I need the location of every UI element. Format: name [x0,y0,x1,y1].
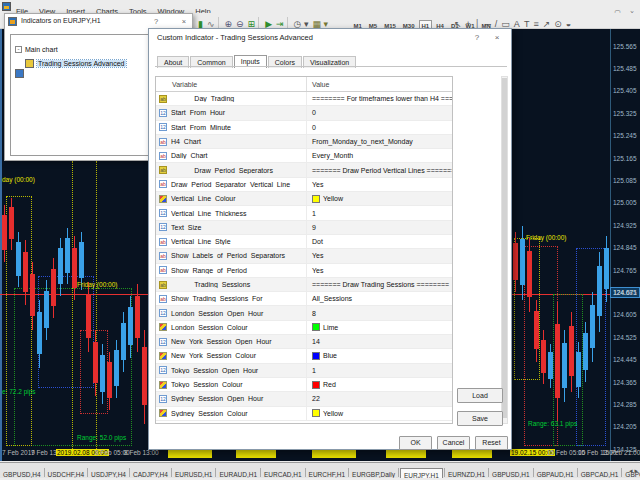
input-row[interactable]: New_York_Session_ColourBlue [156,349,452,363]
variable-value[interactable]: 22 [306,392,452,405]
variable-value[interactable]: ======= Draw Trading Sessions ======== [306,278,452,291]
input-row[interactable]: 12Start_From_Hour0 [156,106,452,120]
cancel-button[interactable]: Cancel [437,436,470,450]
variable-value[interactable]: 14 [306,335,452,348]
price-axis-label: 125.085 [613,177,637,184]
input-row[interactable]: Tokyo_Session_ColourRed [156,378,452,392]
candle-body [562,343,567,388]
variable-value[interactable]: 0 [306,106,452,119]
close-icon[interactable]: × [177,16,191,28]
value-text: Every_Month [312,152,353,159]
menu-bar: FileViewInsertChartsToolsWindowHelp – ▢ … [0,0,640,13]
variable-name: Sydney_Session_Colour [171,410,306,417]
input-row[interactable]: abShow_Trading_Sessions_ForAll_Sessions [156,292,452,306]
symbol-tab-eurusd-h1[interactable]: EURUSD,H1 [172,467,216,478]
variable-value[interactable]: Dot [306,235,452,248]
variable-value[interactable]: Blue [306,349,452,362]
candle-body [100,355,105,392]
variable-value[interactable]: Yes [306,178,452,191]
symbol-tab-eurchf-h1[interactable]: EURCHF,H1 [306,467,348,478]
input-row[interactable]: abH4_ChartFrom_Monday_to_next_Monday [156,135,452,149]
input-row[interactable]: Vertical_Line_ColourYellow [156,192,452,206]
input-row[interactable]: 12Text_Size9 [156,221,452,235]
enum-type-icon: ab [159,266,167,274]
symbol-tab-eurcad-h1[interactable]: EURCAD,H1 [261,467,305,478]
input-row[interactable]: 12New_York_Session_Open_Hour14 [156,335,452,349]
input-row[interactable]: London_Session_ColourLime [156,321,452,335]
dialog-title: Custom Indicator - Trading Sessions Adva… [157,33,313,42]
chart-label: day (00:00) [2,176,35,183]
variable-value[interactable]: Yes [306,249,452,262]
variable-value[interactable]: 9 [306,221,452,234]
symbol-tab-gbpusd-h1[interactable]: GBPUSD,H1 [489,467,533,478]
variable-value[interactable]: Every_Month [306,149,452,162]
candle-body [583,333,588,370]
help-icon[interactable]: ? [469,32,485,44]
variable-name: Vertical_Line_Colour [171,195,306,202]
variable-value[interactable]: 8 [306,306,452,319]
variable-value[interactable]: Lime [306,321,452,334]
input-row[interactable]: abDraw_Period_Separator_Vertical_LineYes [156,178,452,192]
input-row[interactable]: 12Start_From_Minute0 [156,121,452,135]
symbol-tab-cadjpy-h4[interactable]: CADJPY,H4 [130,467,171,478]
variable-value[interactable]: ======== For timeframes lower than H4 ==… [306,92,452,105]
close-icon[interactable]: × [489,32,505,44]
candle-body [604,248,609,289]
candle-body [121,323,126,360]
color-type-icon [159,352,167,360]
symbol-tab-eurjpy-h1[interactable]: EURJPY,H1 [400,468,443,478]
input-row[interactable]: 12Sydney_Session_Open_Hour22 [156,392,452,406]
price-axis-label: 125.165 [613,155,637,162]
symbol-tab-gbpcad-h1[interactable]: GBPCAD,H1 [578,467,622,478]
chart-icon [15,69,24,78]
help-icon[interactable]: ? [149,16,163,28]
custom-indicator-dialog: Custom Indicator - Trading Sessions Adva… [148,28,512,450]
input-row[interactable]: ab______Day_Trading______======== For ti… [156,92,452,106]
tree-item-trading-sessions-advanced[interactable]: Trading Sessions Advanced [25,54,126,65]
variable-value[interactable]: Yellow [306,192,452,205]
save-button[interactable]: Save [457,411,503,426]
variable-value[interactable]: 0 [306,121,452,134]
tree-item-main-chart[interactable]: -Main chart [15,40,58,51]
variable-value[interactable]: Red [306,378,452,391]
symbol-tab-usdjpy-h4[interactable]: USDJPY,H4 [88,467,129,478]
indicators-window-icon [8,17,17,26]
color-type-icon [159,409,167,417]
price-axis-label: 124.525 [613,334,637,341]
variable-value[interactable]: All_Sessions [306,292,452,305]
dialog-titlebar[interactable]: Custom Indicator - Trading Sessions Adva… [149,29,511,47]
symbol-tab-usdchf-h4[interactable]: USDCHF,H4 [45,467,87,478]
variable-value[interactable]: Yellow [306,407,452,420]
input-row[interactable]: 12Tokyo_Session_Open_Hour1 [156,364,452,378]
input-row[interactable]: abShow_Range_of_PeriodYes [156,264,452,278]
variable-value[interactable]: ======= Draw Period Vertical Lines =====… [306,163,452,176]
input-row[interactable]: abShow_Labels_of_Period_SeparatorsYes [156,249,452,263]
reset-button[interactable]: Reset [475,436,508,450]
input-row[interactable]: Sydney_Session_ColourYellow [156,407,452,421]
variable-value[interactable]: 1 [306,364,452,377]
input-row[interactable]: 12London_Session_Open_Hour8 [156,306,452,320]
input-row[interactable]: abVertical_Line_StyleDot [156,235,452,249]
variable-value[interactable]: From_Monday_to_next_Monday [306,135,452,148]
variable-value[interactable]: Yes [306,264,452,277]
input-row[interactable]: 12Vertical_Line_Thickness1 [156,206,452,220]
collapse-icon[interactable]: - [15,46,22,53]
symbol-tab-eurgbp-daily[interactable]: EURGBP,Daily [349,467,398,478]
ok-button[interactable]: OK [399,436,432,450]
enum-type-icon: ab [159,238,167,246]
symbol-tab-euraud-h1[interactable]: EURAUD,H1 [216,467,260,478]
symbol-tab-gbpaud-h1[interactable]: GBPAUD,H1 [534,467,577,478]
symbol-tab-gbpusd-h4[interactable]: GBPUSD,H4 [0,467,44,478]
table-scrollbar[interactable] [501,76,508,424]
input-row[interactable]: abDaily_ChartEvery_Month [156,149,452,163]
variable-value[interactable]: 1 [306,206,452,219]
value-text: ======= Draw Trading Sessions ======== [312,281,449,288]
symbol-tab-eurnzd-h1[interactable]: EURNZD,H1 [445,467,488,478]
input-row[interactable]: ab______Trading_Sessions______======= Dr… [156,278,452,292]
input-row[interactable]: ab______Draw_Period_Seperators______====… [156,163,452,177]
load-button[interactable]: Load [457,388,503,403]
candle-body [93,342,98,383]
scroll-right-icon[interactable]: ▸ [634,467,638,474]
variable-name: H4_Chart [171,138,306,145]
scrollbar-thumb[interactable] [502,78,507,418]
